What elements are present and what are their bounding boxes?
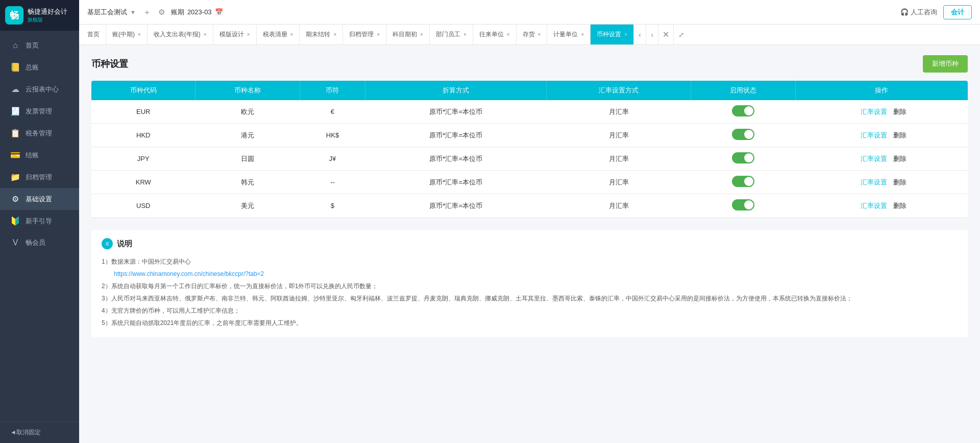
sidebar-item-reports[interactable]: ☁ 云报表中心 <box>0 78 79 100</box>
period-display: 账期 2023-03 📅 <box>171 8 223 17</box>
reports-icon: ☁ <box>10 84 20 94</box>
sidebar-label-settings: 基础设置 <box>26 195 52 204</box>
calc-method: 原币*汇率=本位币 <box>365 194 547 218</box>
page-title: 币种设置 <box>91 58 128 70</box>
gear-icon[interactable]: ⚙ <box>158 8 165 17</box>
currency-toggle-EUR[interactable] <box>732 105 754 116</box>
table-col-header: 启用状态 <box>691 81 795 100</box>
enabled-toggle-cell <box>691 171 795 194</box>
settings-icon: ⚙ <box>10 194 20 204</box>
currency-code: EUR <box>91 100 195 124</box>
table-row: HKD港元HK$原币*汇率=本位币月汇率 汇率设置 删除 <box>91 124 968 147</box>
sidebar-item-archive[interactable]: 📁 归档管理 <box>0 166 79 188</box>
tab-period_end[interactable]: 期末结转× <box>300 25 343 45</box>
tab-label-tax: 税表清册 <box>263 30 287 39</box>
delete-link-JPY[interactable]: 删除 <box>893 155 906 162</box>
currency-toggle-KRW[interactable] <box>732 176 754 187</box>
tab-period[interactable]: 账(中期)× <box>106 25 148 45</box>
delete-link-HKD[interactable]: 删除 <box>893 131 906 139</box>
new-currency-button[interactable]: 新增币种 <box>923 55 968 73</box>
tab-label-subjects: 科目期初 <box>393 30 417 39</box>
sidebar-item-guide[interactable]: 🔰 新手引导 <box>0 210 79 232</box>
sidebar-item-home[interactable]: ⌂ 首页 <box>0 35 79 56</box>
tab-close-template[interactable]: × <box>247 32 250 37</box>
tab-template[interactable]: 模版设计× <box>213 25 257 45</box>
rate-setting-link-HKD[interactable]: 汇率设置 <box>861 131 887 139</box>
tab-close-subjects[interactable]: × <box>420 32 423 37</box>
help-button[interactable]: 🎧 人工咨询 <box>900 8 937 17</box>
currency-symbol: HK$ <box>300 124 365 147</box>
tab-next-button[interactable]: › <box>646 25 658 45</box>
user-role-button[interactable]: 会计 <box>943 5 972 19</box>
tab-subjects[interactable]: 科目期初× <box>386 25 430 45</box>
tab-tax[interactable]: 税表清册× <box>257 25 300 45</box>
project-name: 基层工会测试 <box>87 8 127 17</box>
tab-archive[interactable]: 归档管理× <box>343 25 386 45</box>
tab-close-archive[interactable]: × <box>377 32 380 37</box>
rate-setting-link-EUR[interactable]: 汇率设置 <box>861 108 887 115</box>
rate-setting-link-JPY[interactable]: 汇率设置 <box>861 155 887 162</box>
action-cell: 汇率设置 删除 <box>795 100 968 124</box>
sidebar: 畅 畅捷通好会计 旗舰版 ⌂ 首页 📒 总账 ☁ 云报表中心 🧾 发票管理 📋 … <box>0 0 79 443</box>
tab-close-currency[interactable]: × <box>624 32 627 37</box>
tab-close-dept[interactable]: × <box>463 32 467 37</box>
currency-table: 币种代码币种名称币符折算方式汇率设置方式启用状态操作 EUR欧元€原币*汇率=本… <box>91 81 968 218</box>
delete-link-KRW[interactable]: 删除 <box>893 178 906 186</box>
sidebar-item-tax[interactable]: 📋 税务管理 <box>0 122 79 144</box>
tab-close-inventory[interactable]: × <box>538 32 541 37</box>
calendar-icon[interactable]: 📅 <box>215 8 223 16</box>
currency-toggle-JPY[interactable] <box>732 152 754 164</box>
action-cell: 汇率设置 删除 <box>795 124 968 147</box>
tab-income[interactable]: 收入支出表(年报)× <box>148 25 213 45</box>
currency-toggle-USD[interactable] <box>732 199 754 211</box>
rate-method: 月汇率 <box>547 100 691 124</box>
currency-toggle-HKD[interactable] <box>732 129 754 140</box>
tab-close-tax[interactable]: × <box>290 32 293 37</box>
table-body: EUR欧元€原币*汇率=本位币月汇率 汇率设置 删除 HKD港元HK$原币*汇率… <box>91 100 968 218</box>
tab-home[interactable]: 首页 <box>81 25 106 45</box>
sidebar-label-archive: 归档管理 <box>26 173 52 182</box>
tab-unit[interactable]: 计量单位× <box>547 25 591 45</box>
notice-list: 1）数据来源：中国外汇交易中心 https://www.chinamoney.c… <box>102 255 958 329</box>
table-col-header: 汇率设置方式 <box>547 81 691 100</box>
tab-close-unit[interactable]: × <box>581 32 584 37</box>
table-col-header: 币种代码 <box>91 81 195 100</box>
tab-close-period[interactable]: × <box>138 32 141 37</box>
project-selector[interactable]: 基层工会测试 ▼ <box>87 8 136 17</box>
sidebar-item-invoice[interactable]: 🧾 发票管理 <box>0 100 79 122</box>
sidebar-item-member[interactable]: V 畅会员 <box>0 232 79 253</box>
tab-inventory[interactable]: 存货× <box>517 25 548 45</box>
rate-method: 月汇率 <box>547 194 691 218</box>
sidebar-footer[interactable]: ◄取消固定 <box>0 422 79 443</box>
rate-setting-link-KRW[interactable]: 汇率设置 <box>861 178 887 186</box>
calc-method: 原币*汇率=本位币 <box>365 171 547 194</box>
tab-label-home: 首页 <box>87 30 100 39</box>
tab-prev-button[interactable]: ‹ <box>634 25 646 45</box>
delete-link-USD[interactable]: 删除 <box>893 202 906 209</box>
period-label: 账期 <box>171 8 184 17</box>
action-cell: 汇率设置 删除 <box>795 194 968 218</box>
tab-label-income: 收入支出表(年报) <box>154 30 201 39</box>
tab-close-period_end[interactable]: × <box>333 32 336 37</box>
enabled-toggle-cell <box>691 124 795 147</box>
tab-close-partners[interactable]: × <box>507 32 510 37</box>
enabled-toggle-cell <box>691 194 795 218</box>
rate-setting-link-USD[interactable]: 汇率设置 <box>861 202 887 209</box>
add-tab-button[interactable]: ＋ <box>142 7 152 17</box>
notice-link[interactable]: https://www.chinamoney.com.cn/chinese/bk… <box>114 270 264 277</box>
tab-partners[interactable]: 往来单位× <box>473 25 517 45</box>
sidebar-item-ledger[interactable]: 📒 总账 <box>0 56 79 78</box>
currency-name: 港元 <box>195 124 300 147</box>
table-col-header: 币种名称 <box>195 81 300 100</box>
sidebar-item-settings[interactable]: ⚙ 基础设置 <box>0 188 79 210</box>
notice-item: 1）数据来源：中国外汇交易中心 <box>102 255 958 268</box>
table-col-header: 币符 <box>300 81 365 100</box>
delete-link-EUR[interactable]: 删除 <box>893 108 906 115</box>
tab-dept[interactable]: 部门员工× <box>430 25 473 45</box>
tab-close-all-button[interactable]: ✕ <box>658 25 674 45</box>
tab-close-income[interactable]: × <box>204 32 207 37</box>
tab-currency[interactable]: 币种设置× <box>591 25 634 45</box>
sidebar-item-settlement[interactable]: 💳 结账 <box>0 144 79 166</box>
table-row: KRW韩元--原币*汇率=本位币月汇率 汇率设置 删除 <box>91 171 968 194</box>
tab-expand-button[interactable]: ⤢ <box>674 25 689 45</box>
